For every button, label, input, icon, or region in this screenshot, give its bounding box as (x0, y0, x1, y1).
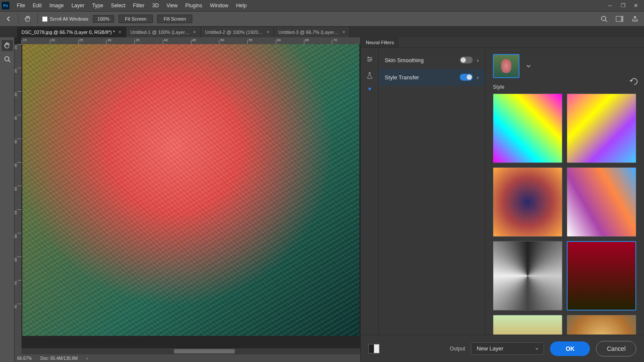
style-thumb-1[interactable] (567, 94, 636, 163)
doc-tab-label: Untitled-2 @ 100% (1920… (205, 30, 263, 35)
chevron-right-icon: › (477, 74, 479, 81)
search-icon[interactable] (598, 13, 610, 24)
filter-list: Skin Smoothing › Style Transfer › (379, 48, 485, 335)
canvas-image[interactable] (22, 44, 359, 336)
close-icon[interactable]: × (118, 29, 122, 35)
window-restore-icon[interactable]: ❐ (617, 1, 629, 10)
svg-point-7 (370, 59, 371, 60)
share-icon[interactable] (629, 13, 641, 24)
menu-select[interactable]: Select (107, 3, 129, 9)
filter-category-strip (361, 48, 379, 335)
workspace-switcher-icon[interactable] (614, 13, 625, 24)
menu-plugins[interactable]: Plugins (182, 3, 206, 9)
menu-help[interactable]: Help (232, 3, 251, 9)
zoom-tool[interactable] (2, 54, 13, 65)
status-doc-size: Doc: 65.4M/130.8M (40, 356, 78, 361)
filter-style-transfer[interactable]: Style Transfer › (379, 69, 485, 86)
panel-footer: Output New Layer OK Cancel (361, 335, 644, 362)
menu-file[interactable]: File (13, 3, 29, 9)
output-select[interactable]: New Layer (471, 342, 544, 355)
doc-tab-0[interactable]: DSC_0278.jpg @ 66.7% (Layer 0, RGB/8*) *… (17, 27, 126, 37)
status-bar: 66.67% Doc: 65.4M/130.8M › (15, 354, 360, 362)
svg-point-8 (368, 60, 370, 62)
style-thumb-2[interactable] (493, 167, 562, 237)
window-close-icon[interactable]: ✕ (629, 1, 642, 10)
zoom-percent-input[interactable]: 100% (93, 15, 114, 23)
output-label: Output (450, 346, 465, 352)
fill-screen-button[interactable]: Fill Screen (157, 15, 192, 23)
style-thumb-0[interactable] (493, 94, 562, 163)
ok-button[interactable]: OK (550, 341, 590, 356)
tool-strip (0, 37, 15, 362)
home-back-button[interactable] (3, 14, 14, 24)
toggle-skin-smoothing[interactable] (460, 57, 473, 63)
hand-tool-icon (23, 14, 33, 24)
sliders-icon[interactable] (365, 55, 374, 63)
svg-point-6 (368, 57, 369, 58)
scrollbar-horizontal[interactable] (21, 348, 360, 354)
active-indicator-dot (368, 87, 371, 90)
beaker-icon[interactable] (365, 71, 374, 80)
menu-3d[interactable]: 3D (148, 3, 162, 9)
doc-tab-3[interactable]: Untitled-3 @ 66.7% (Layer… × (274, 27, 350, 37)
close-icon[interactable]: × (266, 29, 269, 35)
filter-settings: Style (485, 48, 644, 335)
options-bar: Scroll All Windows 100% Fit Screen Fill … (0, 11, 644, 27)
menu-filter[interactable]: Filter (129, 3, 149, 9)
menu-view[interactable]: View (163, 3, 182, 9)
style-thumb-4[interactable] (493, 241, 562, 311)
app-icon: Ps (2, 2, 9, 9)
style-thumb-6[interactable] (493, 315, 562, 335)
toggle-style-transfer[interactable] (460, 74, 473, 81)
menu-image[interactable]: Image (46, 3, 67, 9)
menu-edit[interactable]: Edit (29, 3, 46, 9)
chevron-right-icon: › (477, 57, 479, 63)
status-chevron-icon[interactable]: › (86, 356, 88, 361)
style-grid (493, 94, 636, 335)
ruler-vertical: 2025 3035 4045 5055 6065 7075 (15, 44, 21, 355)
reset-icon[interactable] (629, 78, 638, 85)
hand-tool[interactable] (2, 40, 13, 51)
filter-skin-smoothing[interactable]: Skin Smoothing › (379, 51, 485, 69)
svg-point-4 (5, 57, 9, 61)
menu-layer[interactable]: Layer (67, 3, 88, 9)
style-thumb-5[interactable] (567, 241, 636, 311)
style-thumb-3[interactable] (567, 167, 636, 237)
cancel-button[interactable]: Cancel (596, 341, 636, 356)
svg-line-5 (9, 60, 10, 62)
ruler-horizontal: 1520 2530 3540 4550 5560 6570 (21, 37, 360, 44)
canvas-area: 1520 2530 3540 4550 5560 6570 2025 3035 … (15, 37, 360, 362)
neural-filters-panel: Neural Filters Skin Smoothing › (360, 37, 644, 362)
menu-type[interactable]: Type (88, 3, 107, 9)
doc-tab-2[interactable]: Untitled-2 @ 100% (1920… × (201, 27, 274, 37)
filter-label: Skin Smoothing (385, 57, 424, 63)
menu-bar: Ps File Edit Image Layer Type Select Fil… (0, 0, 644, 11)
status-zoom: 66.67% (17, 356, 32, 361)
style-thumb-7[interactable] (567, 315, 636, 335)
doc-tab-1[interactable]: Untitled-1 @ 100% (Layer… × (126, 27, 201, 37)
before-after-toggle[interactable] (368, 344, 380, 353)
fit-screen-button[interactable]: Fit Screen (118, 15, 153, 23)
doc-tab-label: Untitled-1 @ 100% (Layer… (131, 30, 190, 35)
doc-tab-label: DSC_0278.jpg @ 66.7% (Layer 0, RGB/8*) * (21, 30, 115, 35)
style-section-label: Style (493, 84, 636, 90)
menu-window[interactable]: Window (206, 3, 232, 9)
close-icon[interactable]: × (342, 29, 345, 35)
filter-label: Style Transfer (385, 74, 419, 81)
source-preview-thumb[interactable] (493, 54, 519, 78)
doc-tab-label: Untitled-3 @ 66.7% (Layer… (278, 30, 339, 35)
svg-point-0 (601, 16, 606, 21)
panel-title: Neural Filters (361, 37, 399, 48)
document-tabs: DSC_0278.jpg @ 66.7% (Layer 0, RGB/8*) *… (0, 27, 644, 37)
svg-line-1 (605, 20, 607, 22)
source-dropdown[interactable] (523, 60, 534, 72)
window-minimize-icon[interactable]: ─ (604, 1, 617, 10)
scroll-all-checkbox[interactable]: Scroll All Windows (42, 16, 88, 22)
svg-rect-3 (621, 16, 623, 21)
scroll-all-label: Scroll All Windows (50, 16, 88, 21)
close-icon[interactable]: × (193, 29, 196, 35)
